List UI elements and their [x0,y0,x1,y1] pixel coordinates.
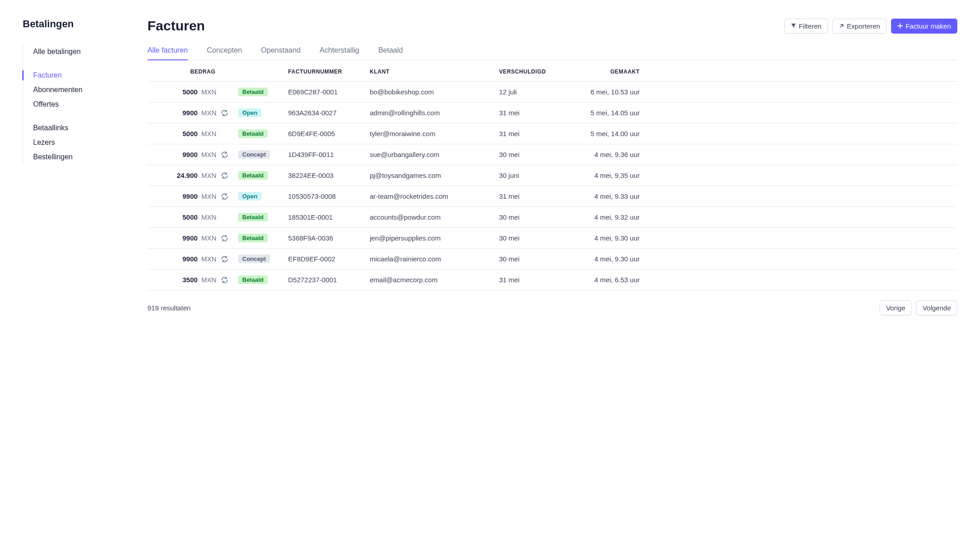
customer-email: ar-team@rocketrides.com [370,192,499,200]
filter-button[interactable]: Filteren [784,19,828,34]
created-date: 5 mei, 14.00 uur [572,130,640,137]
invoice-number: 10530573-0008 [288,192,370,200]
due-date: 31 mei [499,276,572,284]
table-row[interactable]: 9900MXNConcept1D439FF-0011sue@urbangalle… [147,144,957,165]
customer-email: sue@urbangallery.com [370,151,499,158]
status-badge: Betaald [238,171,268,180]
prev-button[interactable]: Vorige [880,300,912,315]
due-date: 31 mei [499,192,572,200]
tab[interactable]: Openstaand [261,42,300,60]
currency-code: MXN [201,276,216,284]
sidebar-item[interactable]: Abonnementen [33,83,147,97]
amount-cell: 5000MXN [147,88,234,96]
sidebar-item[interactable]: Alle betalingen [33,44,147,59]
table-row[interactable]: 24.900MXNBetaald38224EE-0003pj@toysandga… [147,165,957,186]
amount-cell: 9900MXN [147,109,234,117]
amount-cell: 9900MXN [147,192,234,200]
customer-email: bo@bobikeshop.com [370,88,499,96]
amount-cell: 3500MXN [147,276,234,284]
recurring-icon [221,172,229,179]
next-label: Volgende [922,304,951,312]
recurring-icon [221,151,229,158]
currency-code: MXN [201,151,216,158]
customer-email: jen@pipersupplies.com [370,234,499,242]
sidebar-item[interactable]: Bestellingen [33,150,147,164]
filter-icon [791,23,796,29]
sidebar-item[interactable]: Lezers [33,135,147,150]
sidebar-item[interactable]: Offertes [33,97,147,112]
currency-code: MXN [201,109,216,117]
amount-value: 9900 [182,109,197,117]
sidebar-item[interactable]: Facturen [33,68,147,83]
due-date: 30 mei [499,213,572,221]
table-row[interactable]: 5000MXNBetaald6D9E4FE-0005tyler@moraiwin… [147,123,957,144]
invoice-number: EF8D9EF-0002 [288,255,370,263]
main-content: Facturen Filteren Exporteren [147,18,957,315]
table-header: BEDRAG FACTUURNUMMER KLANT VERSCHULDIGD … [147,60,957,82]
page-header: Facturen Filteren Exporteren [147,18,957,34]
invoice-number: 1D439FF-0011 [288,151,370,158]
status-badge: Betaald [238,129,268,138]
amount-cell: 9900MXN [147,151,234,158]
pagination: Vorige Volgende [880,300,957,315]
table-row[interactable]: 9900MXNBetaald5368F9A-0036jen@pipersuppl… [147,228,957,249]
due-date: 30 mei [499,151,572,158]
export-icon [839,23,844,29]
table-row[interactable]: 3500MXNBetaaldD5272237-0001email@acmecor… [147,270,957,290]
create-invoice-button[interactable]: Factuur maken [891,19,957,34]
created-date: 4 mei, 6.53 uur [572,276,640,284]
export-button-label: Exporteren [847,22,880,30]
currency-code: MXN [201,213,216,221]
status-cell: Concept [234,255,288,263]
sidebar-nav: Alle betalingenFacturenAbonnementenOffer… [23,44,147,164]
tab[interactable]: Alle facturen [147,42,188,60]
due-date: 30 mei [499,255,572,263]
created-date: 4 mei, 9.33 uur [572,192,640,200]
amount-value: 9900 [182,234,197,242]
status-cell: Betaald [234,275,288,284]
customer-email: admin@rollinghills.com [370,109,499,117]
currency-code: MXN [201,255,216,263]
col-amount: BEDRAG [147,69,234,75]
next-button[interactable]: Volgende [916,300,957,315]
created-date: 4 mei, 9.32 uur [572,213,640,221]
currency-code: MXN [201,130,216,137]
status-cell: Betaald [234,88,288,96]
status-cell: Betaald [234,234,288,242]
col-customer: KLANT [370,69,499,75]
created-date: 4 mei, 9.35 uur [572,172,640,179]
tab[interactable]: Achterstallig [320,42,359,60]
sidebar-item[interactable]: Betaallinks [33,121,147,135]
due-date: 30 juni [499,172,572,179]
amount-value: 3500 [182,276,197,284]
amount-value: 9900 [182,151,197,158]
created-date: 4 mei, 9.30 uur [572,234,640,242]
status-cell: Concept [234,150,288,159]
customer-email: accounts@powdur.com [370,213,499,221]
amount-cell: 5000MXN [147,213,234,221]
table-row[interactable]: 5000MXNBetaald185301E-0001accounts@powdu… [147,207,957,228]
status-cell: Betaald [234,129,288,138]
tab[interactable]: Concepten [207,42,242,60]
due-date: 31 mei [499,109,572,117]
amount-value: 9900 [182,255,197,263]
tab[interactable]: Betaald [378,42,403,60]
amount-cell: 9900MXN [147,255,234,263]
status-badge: Betaald [238,213,268,221]
recurring-icon [221,235,229,242]
invoices-table: BEDRAG FACTUURNUMMER KLANT VERSCHULDIGD … [147,60,957,290]
status-badge: Betaald [238,275,268,284]
status-badge: Concept [238,150,270,159]
table-footer: 919 resultaten Vorige Volgende [147,290,957,315]
tabs: Alle facturenConceptenOpenstaandAchterst… [147,42,957,60]
amount-cell: 9900MXN [147,234,234,242]
customer-email: pj@toysandgames.com [370,172,499,179]
col-created: GEMAAKT [572,69,640,75]
page-title: Facturen [147,18,205,34]
table-row[interactable]: 9900MXNOpen10530573-0008ar-team@rocketri… [147,186,957,207]
table-row[interactable]: 9900MXNConceptEF8D9EF-0002micaela@rainie… [147,249,957,270]
table-row[interactable]: 5000MXNBetaaldE069C287-0001bo@bobikeshop… [147,82,957,103]
table-row[interactable]: 9900MXNOpen963A2634-0027admin@rollinghil… [147,103,957,123]
currency-code: MXN [201,234,216,242]
export-button[interactable]: Exporteren [833,19,887,34]
